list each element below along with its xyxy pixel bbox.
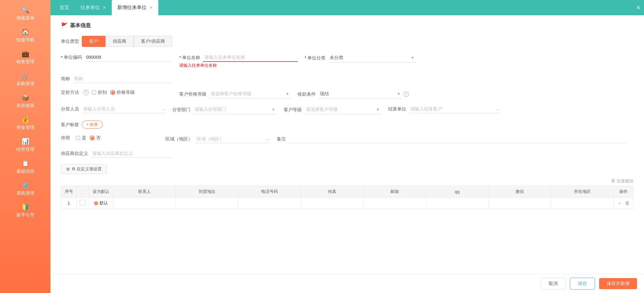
supplier-custom-label: 供应商自定义 — [61, 150, 88, 157]
radio-label: 价格等级 — [117, 89, 135, 96]
cell-email[interactable] — [363, 198, 426, 209]
payment-terms-label: 收款条件 — [298, 91, 316, 97]
unit-name-input[interactable] — [203, 53, 298, 62]
cell-qq[interactable] — [426, 198, 488, 209]
settlement-dots[interactable]: ··· — [495, 106, 500, 112]
sidebar-item-sales[interactable]: 💼 销售管理 — [0, 47, 50, 68]
gear-icon: ⚙ — [66, 167, 70, 172]
cell-phone[interactable] — [238, 198, 301, 209]
short-name-row: 简称 — [61, 75, 634, 83]
add-row-icon[interactable]: ＋ — [617, 200, 622, 206]
contact-input[interactable] — [116, 201, 173, 206]
unit-code-input[interactable] — [85, 53, 172, 62]
custom-settings-button[interactable]: ⚙ ⚙ 自定义项设置 — [61, 164, 107, 174]
manager-row: 分管人员 ··· 分管部门 请输入分管部门 ▼ 客户等级 请选择客户等级 ▼ — [61, 105, 634, 114]
unit-category-select[interactable]: 未分类 ▼ — [328, 53, 416, 63]
tab-partner[interactable]: 往来单位 ✕ — [75, 0, 112, 15]
cell-region[interactable] — [551, 198, 614, 209]
sidebar-item-finance[interactable]: 💰 资金管理 — [0, 112, 50, 134]
tag-row: 客户标签 + 标签 — [61, 121, 634, 129]
disabled-no[interactable]: 否 — [90, 135, 101, 141]
region-input[interactable] — [195, 135, 264, 143]
sidebar-item-basic-info[interactable]: 📋 基础信息 — [0, 156, 50, 178]
wechat-input[interactable] — [492, 201, 548, 206]
purchase-icon: 🛒 — [22, 72, 29, 80]
remark-input[interactable] — [289, 135, 627, 143]
delete-row-icon[interactable]: 🗑 — [625, 200, 630, 206]
guide-icon: 🔰 — [22, 203, 29, 211]
manager-dots[interactable]: ··· — [161, 106, 165, 112]
required-star: * — [305, 55, 306, 60]
sidebar-item-quick-nav[interactable]: 🏠 快捷导航 — [0, 25, 50, 47]
save-button[interactable]: 保存 — [570, 278, 595, 290]
cell-checkbox[interactable] — [77, 198, 89, 209]
customer-price-level-placeholder: 请选择客户价格等级 — [211, 91, 285, 97]
chevron-down-icon: ▼ — [376, 107, 380, 112]
region-dots[interactable]: ··· — [266, 136, 270, 142]
department-select[interactable]: 请输入分管部门 ▼ — [193, 105, 277, 114]
unit-type-customer[interactable]: 客户 — [82, 36, 105, 47]
sidebar-item-guide[interactable]: 🔰 新手引导 — [0, 200, 50, 222]
customer-level-select[interactable]: 请选择客户等级 ▼ — [305, 105, 381, 114]
tab-new-partner-close[interactable]: ✕ — [149, 5, 153, 10]
cell-fax[interactable] — [301, 198, 363, 209]
unit-name-error: 请输入往来单位名称 — [179, 63, 217, 68]
address-input[interactable] — [179, 201, 235, 206]
cell-wechat[interactable] — [488, 198, 551, 209]
unit-type-both[interactable]: 客户/供应商 — [134, 36, 172, 47]
sidebar-item-inventory[interactable]: 📦 库存核算 — [0, 90, 50, 112]
remark-group: 备注 — [277, 135, 627, 143]
region-input-wrap: ··· — [195, 135, 270, 143]
help-icon[interactable]: ? — [83, 90, 89, 95]
pricing-method-group: 定价方法 ? 折扣 价格等级 — [61, 89, 172, 96]
table-region-input[interactable] — [554, 201, 611, 206]
col-contact: 联系人 — [113, 186, 176, 198]
sidebar-item-system[interactable]: ⚙️ 系统管理 — [0, 178, 50, 200]
default-radio[interactable] — [94, 201, 98, 205]
customer-price-level-select[interactable]: 请选择客户价格等级 ▼ — [209, 89, 291, 99]
tab-close-all[interactable]: ✕ — [636, 5, 641, 11]
radio-unchecked — [76, 136, 80, 140]
tab-home[interactable]: 首页 — [54, 0, 75, 15]
phone-input[interactable] — [241, 201, 298, 206]
sidebar: 🔍 搜索菜单 🏠 快捷导航 💼 销售管理 🛒 采购管理 📦 库存核算 💰 资金管… — [0, 0, 50, 293]
cell-contact[interactable] — [113, 198, 176, 209]
tab-partner-close[interactable]: ✕ — [103, 5, 106, 10]
add-tag-button[interactable]: + 标签 — [82, 121, 103, 129]
content-area: 🚩 基本信息 单位类型 客户 供应商 客户/供应商 * 单位编码 — [50, 15, 644, 274]
sidebar-item-search[interactable]: 🔍 搜索菜单 — [0, 3, 50, 25]
manager-input[interactable] — [82, 105, 160, 113]
email-input[interactable] — [366, 201, 423, 206]
customer-price-level-label: 客户价格等级 — [179, 91, 206, 97]
payment-terms-select[interactable]: 现结 ▼ — [319, 89, 402, 99]
tag-label: 客户标签 — [61, 122, 79, 128]
help-icon[interactable]: ? — [403, 91, 409, 97]
cancel-button[interactable]: 取消 — [541, 278, 566, 290]
supplier-custom-input[interactable] — [91, 149, 172, 158]
save-new-button[interactable]: 保存并新增 — [599, 278, 637, 289]
sidebar-item-purchase[interactable]: 🛒 采购管理 — [0, 68, 50, 90]
sidebar-item-label: 资金管理 — [16, 124, 34, 131]
pricing-discount[interactable]: 折扣 — [92, 89, 107, 96]
tab-partner-label: 往来单位 — [80, 5, 100, 11]
operations-icon: 📊 — [22, 138, 29, 145]
disabled-yes[interactable]: 是 — [76, 135, 86, 141]
sidebar-item-operations[interactable]: 📊 经营管理 — [0, 134, 50, 156]
cell-address[interactable] — [176, 198, 238, 209]
customer-level-placeholder: 请选择客户等级 — [306, 106, 376, 113]
fax-input[interactable] — [304, 201, 361, 206]
disabled-radio-group: 是 否 — [76, 135, 101, 141]
settlement-input[interactable] — [409, 105, 494, 113]
unit-type-row: 单位类型 客户 供应商 客户/供应商 — [61, 36, 634, 47]
col-seq: 序号 — [61, 186, 77, 198]
remark-label: 备注 — [277, 136, 286, 142]
short-name-group: 简称 — [61, 75, 172, 83]
tab-new-partner[interactable]: 新增往来单位 ✕ — [112, 0, 158, 15]
row-checkbox[interactable] — [80, 200, 85, 205]
qq-input[interactable] — [429, 201, 486, 206]
short-name-input[interactable] — [73, 75, 172, 83]
pricing-level[interactable]: 价格等级 — [110, 89, 135, 96]
unit-type-supplier[interactable]: 供应商 — [105, 36, 134, 47]
batch-delete[interactable]: 🗑 批量删除 — [61, 178, 634, 184]
payment-terms-group: 收款条件 现结 ▼ ? — [298, 89, 409, 99]
